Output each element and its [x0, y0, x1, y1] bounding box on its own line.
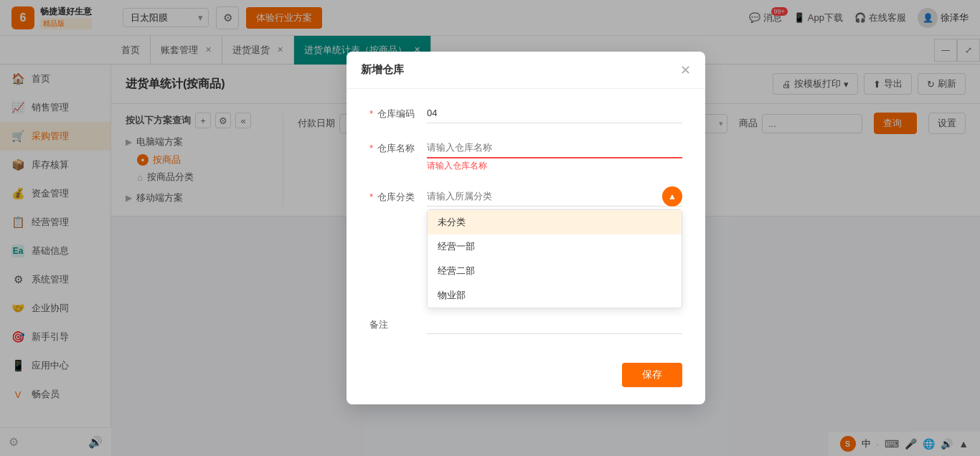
- warehouse-code-label: * 仓库编码: [369, 103, 427, 120]
- required-star-name: *: [369, 143, 373, 153]
- category-dropdown-list: 未分类 经营一部 经营二部 物业部: [427, 209, 682, 308]
- dropdown-item-dept2[interactable]: 经营二部: [428, 259, 682, 283]
- warehouse-name-error: 请输入仓库名称: [427, 160, 682, 172]
- modal-title: 新增仓库: [361, 63, 404, 77]
- warehouse-name-input[interactable]: [427, 138, 682, 158]
- dropdown-item-dept1[interactable]: 经营一部: [428, 234, 682, 259]
- warehouse-code-control: [427, 103, 682, 123]
- required-star-cat: *: [369, 191, 373, 202]
- warehouse-name-control: 请输入仓库名称: [427, 138, 682, 172]
- warehouse-memo-label: 备注: [369, 314, 427, 331]
- category-toggle-button[interactable]: ▲: [662, 186, 682, 206]
- warehouse-memo-input[interactable]: [427, 314, 682, 334]
- dropdown-item-dept3[interactable]: 物业部: [428, 283, 682, 308]
- modal-body: * 仓库编码 * 仓库名称 请输入仓库名称 * 仓库分类: [347, 89, 705, 363]
- modal-header: 新增仓库 ✕: [347, 52, 705, 89]
- warehouse-name-row: * 仓库名称 请输入仓库名称: [369, 138, 682, 172]
- warehouse-code-row: * 仓库编码: [369, 103, 682, 123]
- dropdown-item-uncategorized[interactable]: 未分类: [428, 210, 682, 234]
- warehouse-memo-row: 备注: [369, 314, 682, 334]
- warehouse-code-input[interactable]: [427, 103, 682, 123]
- warehouse-category-row: * 仓库分类 ▲ 未分类 经营一部 经营二部 物业部: [369, 186, 682, 206]
- warehouse-memo-control: [427, 314, 682, 334]
- warehouse-category-input[interactable]: [427, 186, 682, 206]
- modal-close-button[interactable]: ✕: [680, 64, 691, 77]
- modal-footer: 保存: [347, 363, 705, 387]
- new-warehouse-modal: 新增仓库 ✕ * 仓库编码 * 仓库名称 请输入仓库名称: [347, 52, 705, 404]
- modal-save-button[interactable]: 保存: [622, 363, 682, 387]
- warehouse-name-label: * 仓库名称: [369, 138, 427, 155]
- category-input-wrap: ▲: [427, 186, 682, 206]
- required-star: *: [369, 108, 373, 119]
- warehouse-category-control: ▲ 未分类 经营一部 经营二部 物业部: [427, 186, 682, 206]
- warehouse-category-label: * 仓库分类: [369, 186, 427, 204]
